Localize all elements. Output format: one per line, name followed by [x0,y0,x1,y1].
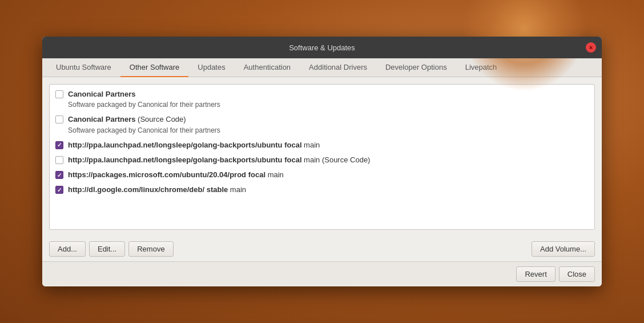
item-subtitle: Software packaged by Canonical for their… [68,101,220,109]
tab-ubuntu-software[interactable]: Ubuntu Software [47,58,120,77]
bottom-row: Revert Close [42,261,602,286]
item-title: Canonical Partners [68,115,136,123]
checkbox-microsoft-prod[interactable] [55,171,63,179]
tab-livepatch[interactable]: Livepatch [456,58,506,77]
add-button[interactable]: Add... [49,241,86,257]
checkbox-icon[interactable] [55,171,63,179]
revert-button[interactable]: Revert [516,266,555,282]
checkbox-icon[interactable] [55,90,63,98]
dialog-title: Software & Updates [289,43,355,52]
list-item: http://ppa.launchpad.net/longsleep/golan… [52,138,592,153]
item-url: http://dl.google.com/linux/chrome/deb/ s… [68,185,228,194]
checkbox-icon[interactable] [55,115,63,123]
checkbox-golang-backports-source[interactable] [55,156,63,164]
list-item: https://packages.microsoft.com/ubuntu/20… [52,168,592,182]
checkbox-icon[interactable] [55,141,63,149]
actions-row: Add... Edit... Remove Add Volume... [42,237,602,261]
checkbox-google-chrome[interactable] [55,186,63,194]
add-volume-button[interactable]: Add Volume... [532,241,595,257]
item-url: http://ppa.launchpad.net/longsleep/golan… [68,141,302,149]
software-updates-dialog: Software & Updates × Ubuntu Software Oth… [42,37,602,286]
tab-additional-drivers[interactable]: Additional Drivers [300,58,376,77]
close-button[interactable]: Close [559,266,595,282]
checkbox-canonical-partners[interactable] [55,90,63,98]
tab-updates[interactable]: Updates [188,58,234,77]
item-subtitle: Software packaged by Canonical for their… [68,126,220,134]
item-suffix: main [265,170,284,179]
item-suffix: main [302,141,320,149]
list-item: Canonical Partners Software packaged by … [52,87,592,112]
remove-button[interactable]: Remove [128,241,173,257]
tab-developer-options[interactable]: Developer Options [376,58,456,77]
titlebar: Software & Updates × [42,37,602,58]
list-item: Canonical Partners (Source Code) Softwar… [52,112,592,137]
item-title-suffix: (Source Code) [136,115,186,123]
edit-button[interactable]: Edit... [89,241,125,257]
tab-other-software[interactable]: Other Software [120,58,188,77]
tab-bar: Ubuntu Software Other Software Updates A… [42,58,602,77]
checkbox-canonical-partners-source[interactable] [55,115,63,123]
item-suffix: main (Source Code) [302,155,371,164]
checkbox-golang-backports[interactable] [55,141,63,149]
tab-authentication[interactable]: Authentication [235,58,300,77]
list-item: http://dl.google.com/linux/chrome/deb/ s… [52,182,592,197]
sources-list: Canonical Partners Software packaged by … [49,84,595,230]
item-url: https://packages.microsoft.com/ubuntu/20… [68,170,265,179]
close-window-button[interactable]: × [586,42,596,53]
item-suffix: main [228,185,246,194]
item-title: Canonical Partners [68,90,136,98]
list-item: http://ppa.launchpad.net/longsleep/golan… [52,153,592,168]
checkbox-icon[interactable] [55,186,63,194]
tab-content: Canonical Partners Software packaged by … [42,77,602,237]
checkbox-icon[interactable] [55,156,63,164]
item-url: http://ppa.launchpad.net/longsleep/golan… [68,155,302,164]
